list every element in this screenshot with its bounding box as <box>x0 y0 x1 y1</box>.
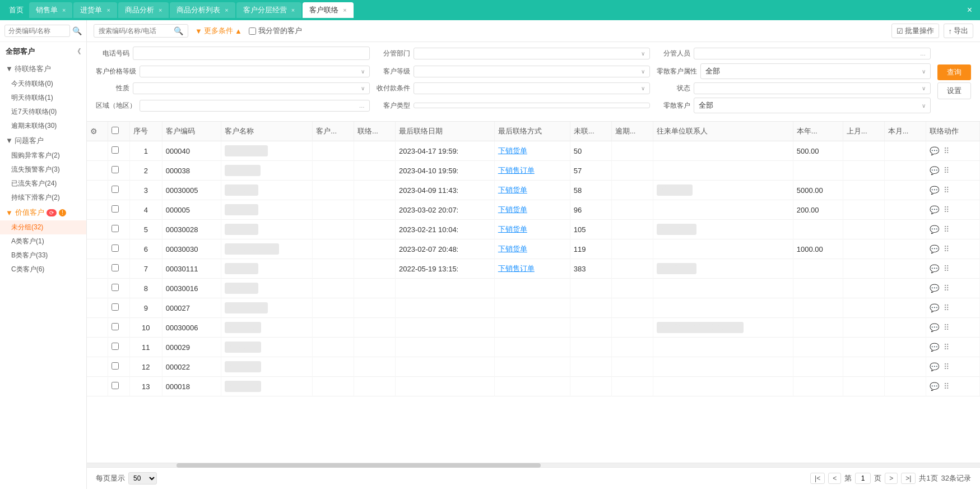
grid-icon[interactable]: ⠿ <box>944 264 949 273</box>
price-level-select[interactable]: ∨ <box>140 66 370 77</box>
grid-icon[interactable]: ⠿ <box>944 343 949 352</box>
last-way-link[interactable]: 下销货单 <box>498 225 527 233</box>
close-tab-customer-contact-icon[interactable]: × <box>343 7 346 13</box>
close-all-tabs-icon[interactable]: × <box>964 5 976 15</box>
cell-checkbox[interactable] <box>108 239 130 259</box>
message-icon[interactable]: 💬 <box>930 166 939 175</box>
cell-checkbox[interactable] <box>108 298 130 318</box>
message-icon[interactable]: 💬 <box>930 343 939 352</box>
sidebar-item-a-class[interactable]: A类客户(1) <box>0 234 86 248</box>
row-checkbox[interactable] <box>112 362 119 370</box>
last-way-link[interactable]: 下销售订单 <box>498 264 535 273</box>
message-icon[interactable]: 💬 <box>930 264 939 273</box>
close-tab-product-list-icon[interactable]: × <box>225 7 228 13</box>
sidebar-all-customers[interactable]: 全部客户 《 <box>0 42 86 61</box>
message-icon[interactable]: 💬 <box>930 245 939 253</box>
export-button[interactable]: ↑ 导出 <box>944 24 974 38</box>
sidebar-item-declining[interactable]: 持续下滑客户(2) <box>0 191 86 205</box>
cell-checkbox[interactable] <box>108 318 130 338</box>
sidebar-collapse-icon[interactable]: 《 <box>74 47 81 57</box>
phone-input[interactable] <box>133 47 370 60</box>
sidebar-item-7days[interactable]: 近7天待联络(0) <box>0 105 86 119</box>
grid-icon[interactable]: ⠿ <box>944 205 949 214</box>
nav-tab-product-list[interactable]: 商品分析列表 × <box>170 2 235 18</box>
grid-icon[interactable]: ⠿ <box>944 323 949 332</box>
message-icon[interactable]: 💬 <box>930 362 939 371</box>
row-checkbox[interactable] <box>112 205 119 213</box>
filter-search-icon[interactable]: 🔍 <box>174 26 183 35</box>
grid-icon[interactable]: ⠿ <box>944 245 949 253</box>
grid-icon[interactable]: ⠿ <box>944 284 949 293</box>
scrollbar-thumb[interactable] <box>177 463 541 468</box>
sidebar-section-value[interactable]: ▼ 价值客户 ⟳ ! <box>0 205 86 220</box>
sidebar-search-icon[interactable]: 🔍 <box>72 26 82 35</box>
sidebar-section-waiting[interactable]: ▼ 待联络客户 <box>0 61 86 77</box>
sidebar-item-today[interactable]: 今天待联络(0) <box>0 77 86 91</box>
grid-icon[interactable]: ⠿ <box>944 362 949 371</box>
col-settings[interactable]: ⚙ <box>87 122 108 141</box>
sidebar-item-abnormal[interactable]: 囤购异常客户(2) <box>0 149 86 163</box>
message-icon[interactable]: 💬 <box>930 205 939 214</box>
sidebar-section-problem[interactable]: ▼ 问题客户 <box>0 133 86 149</box>
sidebar-item-churned[interactable]: 已流失客户(24) <box>0 177 86 191</box>
person-select[interactable]: … <box>694 48 931 59</box>
message-icon[interactable]: 💬 <box>930 225 939 234</box>
row-checkbox[interactable] <box>112 323 119 330</box>
row-checkbox[interactable] <box>112 382 119 389</box>
last-way-link[interactable]: 下销货单 <box>498 146 527 155</box>
reset-button[interactable]: 设置 <box>937 82 971 99</box>
sidebar-item-b-class[interactable]: B类客户(33) <box>0 248 86 262</box>
close-tab-sales-icon[interactable]: × <box>62 7 66 13</box>
row-checkbox[interactable] <box>112 146 119 154</box>
cell-checkbox[interactable] <box>108 220 130 239</box>
grid-icon[interactable]: ⠿ <box>944 166 949 175</box>
grid-icon[interactable]: ⠿ <box>944 303 949 312</box>
page-number-input[interactable] <box>855 473 871 484</box>
nav-tab-product-analysis[interactable]: 商品分析 × <box>118 2 169 18</box>
col-name[interactable]: 客户名称 <box>221 122 312 141</box>
last-way-link[interactable]: 下销售订单 <box>498 166 535 174</box>
sidebar-item-churn-warning[interactable]: 流失预警客户(3) <box>0 163 86 177</box>
close-tab-purchase-icon[interactable]: × <box>106 7 110 13</box>
col-code[interactable]: 客户编码 <box>162 122 221 141</box>
row-checkbox[interactable] <box>112 303 119 311</box>
retail-customer-select[interactable]: 全部 ∨ <box>694 98 931 113</box>
first-page-btn[interactable]: |< <box>810 473 825 484</box>
page-size-select[interactable]: 50 100 <box>128 472 157 485</box>
last-way-link[interactable]: 下销货单 <box>498 205 527 214</box>
grid-icon[interactable]: ⠿ <box>944 146 949 155</box>
select-all-checkbox[interactable] <box>112 127 119 134</box>
message-icon[interactable]: 💬 <box>930 382 939 391</box>
row-checkbox[interactable] <box>112 225 119 232</box>
col-checkbox[interactable] <box>108 122 130 141</box>
cell-checkbox[interactable] <box>108 377 130 396</box>
last-way-link[interactable]: 下销货单 <box>498 245 527 253</box>
grid-icon[interactable]: ⠿ <box>944 382 949 391</box>
row-checkbox[interactable] <box>112 264 119 271</box>
customer-level-select[interactable]: ∨ <box>414 66 651 77</box>
cell-checkbox[interactable] <box>108 279 130 298</box>
cell-checkbox[interactable] <box>108 259 130 279</box>
row-checkbox[interactable] <box>112 245 119 252</box>
row-checkbox[interactable] <box>112 166 119 173</box>
cell-checkbox[interactable] <box>108 357 130 377</box>
dept-select[interactable]: ∨ <box>414 48 651 59</box>
message-icon[interactable]: 💬 <box>930 186 939 195</box>
grid-icon[interactable]: ⠿ <box>944 225 949 234</box>
status-select[interactable]: ∨ <box>694 82 931 94</box>
last-way-link[interactable]: 下销货单 <box>498 186 527 194</box>
more-conditions-btn[interactable]: ▼ 更多条件 ▲ <box>195 26 242 36</box>
my-customers-check[interactable] <box>249 27 256 35</box>
sidebar-item-ungroup[interactable]: 未分组(32) <box>0 220 86 234</box>
horizontal-scrollbar[interactable] <box>87 463 980 467</box>
nav-home[interactable]: 首页 <box>4 5 28 15</box>
row-checkbox[interactable] <box>112 186 119 193</box>
grid-icon[interactable]: ⠿ <box>944 186 949 195</box>
customer-type-select[interactable] <box>414 103 651 108</box>
message-icon[interactable]: 💬 <box>930 284 939 293</box>
cell-checkbox[interactable] <box>108 141 130 161</box>
last-page-btn[interactable]: >| <box>901 473 916 484</box>
retail-attr-select[interactable]: 全部 ∨ <box>700 63 931 79</box>
message-icon[interactable]: 💬 <box>930 146 939 155</box>
sidebar-item-tomorrow[interactable]: 明天待联络(1) <box>0 91 86 105</box>
